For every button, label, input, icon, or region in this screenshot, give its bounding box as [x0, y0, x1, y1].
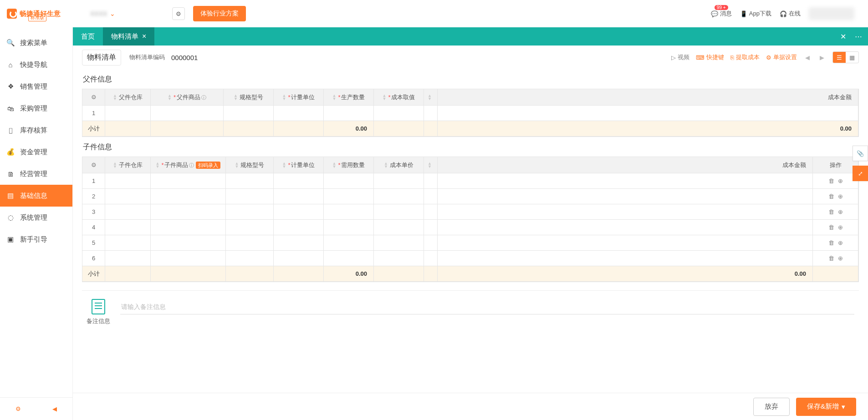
- child-row[interactable]: 4🗑⊕: [82, 220, 858, 235]
- tab-1[interactable]: 物料清单×: [103, 27, 154, 46]
- expand-icon: ⤢: [858, 170, 863, 177]
- tab-0[interactable]: 首页: [73, 27, 103, 46]
- remarks-input[interactable]: [120, 299, 854, 314]
- sidebar-item-1[interactable]: ⌂快捷导航: [0, 54, 72, 76]
- online-support-button[interactable]: 🎧 在线: [780, 10, 801, 18]
- sidebar-item-label: 库存核算: [20, 126, 47, 135]
- attachment-button[interactable]: 📎: [853, 146, 868, 161]
- settings-icon[interactable]: ⚙: [15, 405, 21, 412]
- menu-icon: ◌: [6, 213, 15, 222]
- headset-icon: 🎧: [780, 10, 787, 17]
- extract-icon: ⎘: [730, 54, 734, 61]
- parent-subtotal-row: 小计 0.00 0.00: [82, 121, 858, 137]
- info-icon[interactable]: ⓘ: [201, 95, 206, 100]
- parent-row[interactable]: 1: [82, 106, 858, 121]
- child-subtotal-row: 小计 0.00 0.00: [82, 266, 858, 282]
- add-row-icon[interactable]: ⊕: [838, 177, 843, 184]
- add-row-icon[interactable]: ⊕: [838, 224, 843, 231]
- org-settings-button[interactable]: ⚙: [172, 7, 185, 20]
- next-record-button[interactable]: ▶: [818, 54, 826, 61]
- sidebar-item-8[interactable]: ◌系统管理: [0, 207, 72, 228]
- sidebar-item-0[interactable]: 🔍搜索菜单: [0, 32, 72, 54]
- more-tabs-icon[interactable]: ⋯: [851, 32, 866, 41]
- sidebar-item-9[interactable]: ▣新手引导: [0, 228, 72, 250]
- sidebar-item-6[interactable]: 🗎经营管理: [0, 163, 72, 185]
- sidebar-item-label: 搜索菜单: [20, 39, 47, 47]
- video-link[interactable]: ▷ 视频: [671, 53, 689, 61]
- delete-row-icon[interactable]: 🗑: [828, 224, 834, 231]
- fullscreen-button[interactable]: ⤢: [853, 166, 868, 181]
- list-view-button[interactable]: ☰: [833, 52, 846, 63]
- sidebar-item-label: 采购管理: [20, 104, 47, 113]
- shortcut-link[interactable]: ⌨ 快捷键: [696, 53, 724, 61]
- close-all-tabs-icon[interactable]: ✕: [835, 32, 851, 41]
- content: 父件信息 ⚙ ▲▼父件仓库 ▲▼*父件商品ⓘ ▲▼规格型号 ▲▼*计量单位 ▲▼…: [73, 69, 868, 393]
- brand: 畅捷通好生意 标准版: [0, 9, 73, 19]
- delete-row-icon[interactable]: 🗑: [828, 177, 834, 184]
- delete-row-icon[interactable]: 🗑: [828, 239, 834, 246]
- paperclip-icon: 📎: [857, 150, 864, 157]
- add-row-icon[interactable]: ⊕: [838, 193, 843, 200]
- sidebar-item-3[interactable]: 🛍采购管理: [0, 97, 72, 119]
- prev-record-button[interactable]: ◀: [803, 54, 812, 61]
- main: 首页物料清单× ✕ ⋯ 物料清单 物料清单编码 0000001 ▷ 视频 ⌨: [73, 27, 868, 420]
- header-right: 💬 消息 99 + 📱 App下载 🎧 在线: [711, 7, 863, 20]
- delete-row-icon[interactable]: 🗑: [828, 255, 834, 262]
- code-value: 0000001: [171, 54, 198, 61]
- child-row[interactable]: 6🗑⊕: [82, 251, 858, 266]
- phone-icon: 📱: [740, 10, 747, 17]
- menu-icon: ▣: [6, 235, 15, 243]
- child-row[interactable]: 3🗑⊕: [82, 204, 858, 220]
- parent-grid: ⚙ ▲▼父件仓库 ▲▼*父件商品ⓘ ▲▼规格型号 ▲▼*计量单位 ▲▼*生产数量…: [82, 89, 859, 137]
- parent-section-title: 父件信息: [83, 75, 858, 84]
- sidebar-item-5[interactable]: 💰资金管理: [0, 141, 72, 163]
- discard-button[interactable]: 放弃: [753, 398, 790, 416]
- menu-icon: ▤: [6, 192, 15, 200]
- gear-icon: ⚙: [766, 54, 771, 61]
- menu-icon: ⌷: [6, 127, 15, 134]
- sidebar-item-label: 系统管理: [20, 213, 47, 222]
- sidebar-item-4[interactable]: ⌷库存核算: [0, 119, 72, 141]
- sidebar-item-7[interactable]: ▤基础信息: [0, 185, 72, 207]
- add-row-icon[interactable]: ⊕: [838, 239, 843, 246]
- save-and-new-button[interactable]: 保存&新增 ▾: [796, 398, 856, 416]
- chevron-down-icon: ⌄: [110, 10, 115, 17]
- add-row-icon[interactable]: ⊕: [838, 255, 843, 262]
- child-row[interactable]: 1🗑⊕: [82, 173, 858, 189]
- messages-badge: 99 +: [715, 5, 728, 10]
- child-row[interactable]: 2🗑⊕: [82, 189, 858, 204]
- parent-grid-settings-icon[interactable]: ⚙: [91, 94, 97, 101]
- delete-row-icon[interactable]: 🗑: [828, 208, 834, 215]
- org-name-text: XXXX: [90, 10, 107, 17]
- messages-button[interactable]: 💬 消息 99 +: [711, 10, 732, 18]
- menu-icon: ⌂: [6, 61, 15, 69]
- delete-row-icon[interactable]: 🗑: [828, 193, 834, 200]
- right-gutter: 📎 ⤢: [853, 146, 868, 181]
- industry-plan-button[interactable]: 体验行业方案: [193, 6, 246, 21]
- sidebar-item-label: 销售管理: [20, 82, 47, 91]
- menu-icon: 🛍: [6, 105, 15, 112]
- add-row-icon[interactable]: ⊕: [838, 208, 843, 215]
- chat-icon: 💬: [711, 10, 718, 17]
- info-icon[interactable]: ⓘ: [189, 162, 194, 168]
- org-select[interactable]: XXXX ⌄: [87, 8, 168, 19]
- user-avatar[interactable]: [809, 7, 854, 20]
- child-row[interactable]: 5🗑⊕: [82, 235, 858, 251]
- sidebar-item-2[interactable]: ❖销售管理: [0, 76, 72, 97]
- chevron-down-icon: ▾: [842, 403, 845, 411]
- collapse-sidebar-icon[interactable]: ◀: [52, 405, 57, 412]
- play-icon: ▷: [671, 54, 676, 61]
- sidebar-item-label: 资金管理: [20, 148, 47, 157]
- view-toggle: ☰ ▦: [832, 51, 859, 63]
- child-grid: ⚙ ▲▼子件仓库 ▲▼*子件商品ⓘ扫码录入 ▲▼规格型号 ▲▼*计量单位 ▲▼*…: [82, 157, 859, 282]
- sidebar-footer: ⚙ ◀: [0, 397, 72, 420]
- extract-cost-link[interactable]: ⎘ 提取成本: [730, 53, 760, 61]
- close-tab-icon[interactable]: ×: [142, 32, 146, 40]
- app-download-button[interactable]: 📱 App下载: [740, 10, 771, 18]
- child-grid-settings-icon[interactable]: ⚙: [91, 162, 97, 168]
- bill-settings-link[interactable]: ⚙ 单据设置: [766, 53, 797, 61]
- scan-input-tag[interactable]: 扫码录入: [196, 162, 220, 169]
- top-header: 畅捷通好生意 标准版 XXXX ⌄ ⚙ 体验行业方案 💬 消息 99 + 📱 A…: [0, 0, 868, 27]
- card-view-button[interactable]: ▦: [846, 52, 858, 63]
- keyboard-icon: ⌨: [696, 54, 705, 61]
